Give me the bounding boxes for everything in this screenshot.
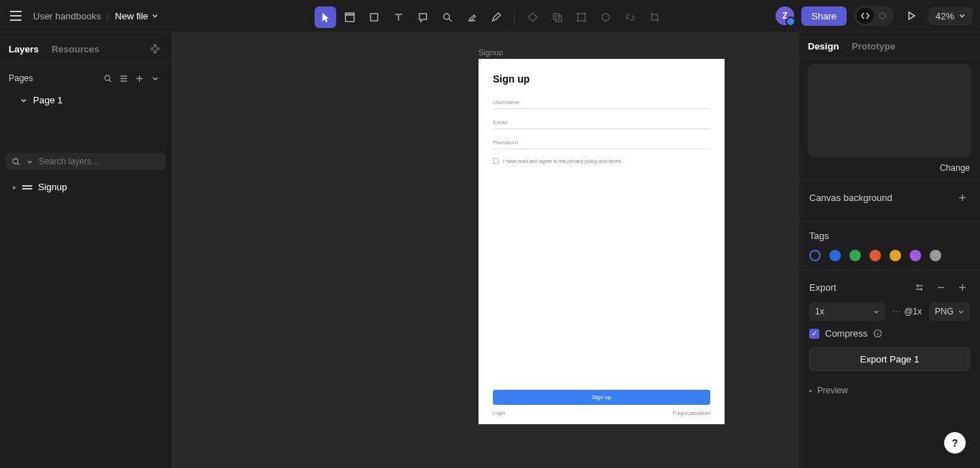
frame-label[interactable]: Signup [479,48,503,57]
svg-point-7 [577,13,579,15]
preview-toggle[interactable]: ▸ Preview [799,380,980,401]
project-name[interactable]: User handbooks [33,11,101,22]
svg-point-14 [13,159,18,164]
pen-tool[interactable] [486,6,507,28]
circle-tool[interactable] [595,6,617,28]
username-field[interactable]: Username [493,93,710,109]
zoom-tool[interactable] [437,6,458,28]
export-settings-icon[interactable] [911,279,927,295]
chevron-down-icon [20,97,27,104]
export-label: Export [809,282,837,293]
help-button[interactable]: ? [944,432,966,454]
pages-header: Pages [0,63,171,90]
user-avatar[interactable]: Z [776,6,794,25]
tag-color[interactable] [910,250,921,261]
svg-point-13 [105,75,110,80]
artboard-signup[interactable]: Sign up Username Email Password I have r… [479,59,725,424]
chevron-down-icon [27,159,33,165]
comment-tool[interactable] [413,6,434,28]
tag-color[interactable] [870,250,881,261]
footer-links: Login Forgot password [493,411,710,416]
diamond-tool[interactable] [522,6,544,28]
layer-search[interactable] [6,153,166,170]
tab-layers[interactable]: Layers [9,44,39,55]
design-mode-icon[interactable] [874,8,891,24]
pages-label: Pages [9,73,100,83]
compress-toggle[interactable]: ✓ Compress [809,328,970,339]
tags-label: Tags [809,230,829,241]
file-name[interactable]: New file [115,11,158,22]
export-scale-select[interactable]: 1x [809,302,885,321]
remove-export-icon[interactable] [933,279,948,295]
breadcrumb: User handbooks / New file [33,11,159,22]
consent-text: I have read and agree to the privacy pol… [503,159,623,164]
link-tool[interactable] [620,6,641,28]
svg-point-12 [880,13,885,19]
code-mode-icon[interactable] [857,8,874,24]
export-button[interactable]: Export Page 1 [809,347,970,371]
login-link[interactable]: Login [493,411,505,416]
add-export-icon[interactable] [954,279,970,295]
tab-prototype[interactable]: Prototype [852,41,895,52]
frame-icon [22,185,32,189]
hamburger-menu-icon[interactable] [7,7,24,24]
right-panel: Design Prototype Change Canvas backgroun… [798,32,980,468]
tag-color[interactable] [849,250,861,261]
checkbox-icon[interactable] [493,158,499,164]
copy-tool[interactable] [547,6,568,28]
checkbox-checked-icon: ✓ [809,329,819,339]
toolbar [315,6,666,28]
consent-row[interactable]: I have read and agree to the privacy pol… [493,158,710,164]
page-name: Page 1 [33,95,62,106]
search-icon [11,157,21,167]
preview-thumbnail [808,64,971,157]
svg-rect-5 [556,16,562,22]
svg-point-9 [577,20,579,22]
chevron-down-icon [151,12,159,19]
layer-search-input[interactable] [39,156,160,167]
search-pages-icon[interactable] [100,70,116,86]
move-tool[interactable] [315,6,336,28]
frame-tool[interactable] [339,6,361,28]
canvas-bg-section: Canvas background [799,181,980,222]
svg-point-11 [603,14,610,21]
bounds-tool[interactable] [571,6,593,28]
layer-name: Signup [38,182,67,192]
eraser-tool[interactable] [461,6,483,28]
layer-item[interactable]: ▸ Signup [0,177,171,197]
page-item[interactable]: Page 1 [0,90,171,110]
forgot-password-link[interactable]: Forgot password [673,411,710,416]
add-bg-icon[interactable] [954,189,970,205]
add-page-icon[interactable] [131,70,147,86]
left-panel: Layers Resources Pages Page 1 ▸ Signup [0,32,172,468]
zoom-dropdown[interactable]: 42% [928,7,973,25]
info-icon[interactable] [873,329,882,338]
collapse-pages-icon[interactable] [147,70,163,86]
breadcrumb-separator: / [107,11,110,22]
svg-point-3 [444,14,450,19]
tags-section: Tags [799,222,980,271]
email-field[interactable]: Email [493,113,710,129]
view-mode-toggle[interactable] [854,6,894,26]
tag-color[interactable] [829,250,841,261]
text-tool[interactable] [388,6,410,28]
export-format-select[interactable]: PNG [929,302,970,321]
tab-resources[interactable]: Resources [52,44,99,55]
topbar-right: Z Share 42% [776,6,973,26]
canvas[interactable]: Signup Sign up Username Email Password I… [172,32,798,468]
tag-color[interactable] [890,250,901,261]
password-field[interactable]: Password [493,134,710,149]
component-icon[interactable] [147,41,163,57]
tag-color[interactable] [930,250,941,261]
crop-tool[interactable] [644,6,666,28]
tag-color[interactable] [809,250,821,261]
change-link[interactable]: Change [799,160,980,181]
rectangle-tool[interactable] [364,6,385,28]
list-icon[interactable] [116,70,131,86]
present-button[interactable] [901,6,921,26]
tab-design[interactable]: Design [808,41,839,52]
share-button[interactable]: Share [801,6,847,26]
form-heading: Sign up [493,73,710,85]
export-suffix[interactable]: ⋯ @1x [890,302,925,321]
signup-button[interactable]: Sign up [493,390,710,405]
